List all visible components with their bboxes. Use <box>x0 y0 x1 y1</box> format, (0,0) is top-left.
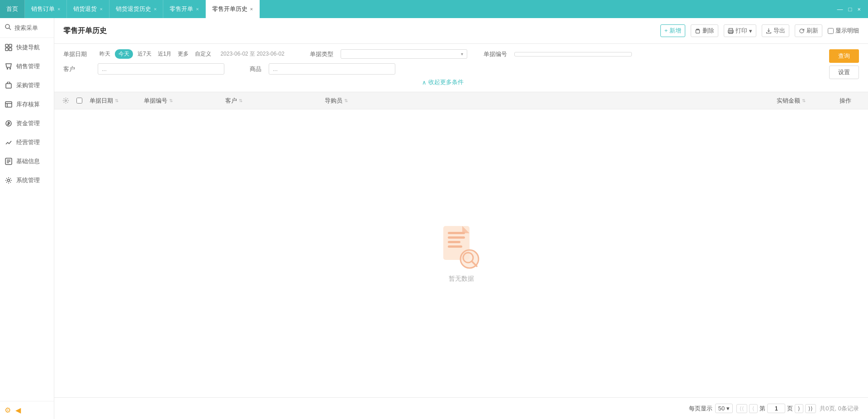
collapse-label: 收起更多条件 <box>428 78 464 86</box>
date-btn-today[interactable]: 今天 <box>115 49 133 59</box>
date-btn-1month[interactable]: 近1月 <box>156 50 174 58</box>
page-suffix: 页 <box>787 405 793 413</box>
date-filter-label: 单据日期 <box>63 50 90 58</box>
refresh-label: 刷新 <box>806 27 818 35</box>
tab-sales-order-close[interactable]: × <box>57 6 60 12</box>
collapse-btn[interactable]: ∧ 收起更多条件 <box>422 78 464 86</box>
tab-sales-return[interactable]: 销货退货 × <box>67 0 109 18</box>
col-customer[interactable]: 客户 ⇅ <box>222 97 321 105</box>
svg-point-6 <box>7 68 8 69</box>
date-range-display: 2023-06-02 至 2023-06-02 <box>220 50 284 58</box>
sidebar-item-basic-info-label: 基础信息 <box>16 157 40 165</box>
pagination: 每页显示 50 ▾ ⟨⟨ ⟨ 第 1 页 ⟩ ⟩⟩ 共0页, 0条记录 <box>54 397 868 419</box>
date-btn-custom[interactable]: 自定义 <box>193 50 213 58</box>
sidebar-item-ops-mgmt[interactable]: 经营管理 <box>0 133 54 152</box>
print-button[interactable]: 打印 ▾ <box>724 24 756 37</box>
type-filter-select[interactable]: ▾ <box>341 49 467 59</box>
display-columns-input[interactable] <box>828 28 834 34</box>
date-btn-7days[interactable]: 近7天 <box>136 50 153 58</box>
page-first-btn[interactable]: ⟨⟨ <box>736 404 747 413</box>
finance-icon <box>5 119 13 127</box>
table-select-all[interactable] <box>72 98 86 104</box>
top-tab-bar: 首页 销售订单 × 销货退货 × 销货退货历史 × 零售开单 × 零售开单历史 … <box>0 0 868 18</box>
svg-line-1 <box>9 28 11 30</box>
goods-filter-input[interactable]: ... <box>269 63 395 75</box>
svg-point-7 <box>10 68 11 69</box>
sidebar-item-quick-nav[interactable]: 快捷导航 <box>0 38 54 57</box>
col-guide[interactable]: 导购员 ⇅ <box>321 97 375 105</box>
tab-sales-return-history-close[interactable]: × <box>154 6 157 12</box>
sidebar-item-basic-info[interactable]: 基础信息 <box>0 152 54 171</box>
tab-sales-order[interactable]: 销售订单 × <box>25 0 67 18</box>
table-area: 单据日期 ⇅ 单据编号 ⇅ 客户 ⇅ 导购员 ⇅ 实销金额 <box>54 92 868 397</box>
svg-rect-8 <box>6 84 11 88</box>
new-button[interactable]: + 新增 <box>660 24 685 37</box>
svg-point-0 <box>5 24 9 28</box>
page-last-btn[interactable]: ⟩⟩ <box>805 404 816 413</box>
customer-input-value: ... <box>102 66 220 72</box>
page-next-btn[interactable]: ⟩ <box>795 404 803 413</box>
window-max-btn[interactable]: □ <box>849 6 852 13</box>
customer-filter-input[interactable]: ... <box>98 63 224 75</box>
page-prev-btn[interactable]: ⟨ <box>749 404 758 413</box>
query-button[interactable]: 查询 <box>829 49 859 63</box>
tab-retail-open[interactable]: 零售开单 × <box>163 0 205 18</box>
date-btn-more[interactable]: 更多 <box>176 50 190 58</box>
sidebar-item-purchase-mgmt[interactable]: 采购管理 <box>0 76 54 95</box>
tab-home-label: 首页 <box>6 5 18 13</box>
col-guide-label: 导购员 <box>325 97 342 105</box>
col-number[interactable]: 单据编号 ⇅ <box>140 97 222 105</box>
col-date-sort: ⇅ <box>115 98 119 103</box>
page-number-input[interactable]: 1 <box>767 404 785 413</box>
customer-filter-label: 客户 <box>63 65 90 73</box>
page-title: 零售开单历史 <box>63 26 107 42</box>
sidebar-item-sys-mgmt[interactable]: 系统管理 <box>0 171 54 190</box>
page-header: 零售开单历史 + 新增 删除 打印 ▾ 导出 刷新 <box>54 18 868 44</box>
sidebar-bottom: ⚙ ◀ <box>0 401 54 419</box>
col-customer-sort: ⇅ <box>239 98 242 103</box>
print-label: 打印 <box>735 27 747 35</box>
col-amount[interactable]: 实销金额 ⇅ <box>773 97 827 105</box>
refresh-button[interactable]: 刷新 <box>795 24 822 37</box>
sidebar-search[interactable]: 搜索采单 <box>0 18 54 38</box>
sidebar-item-finance-mgmt[interactable]: 资金管理 <box>0 114 54 133</box>
tab-sales-return-close[interactable]: × <box>100 6 102 12</box>
delete-label: 删除 <box>702 27 714 35</box>
table-settings-icon[interactable] <box>59 97 72 104</box>
tab-home[interactable]: 首页 <box>0 0 25 18</box>
content-area: 零售开单历史 + 新增 删除 打印 ▾ 导出 刷新 <box>54 18 868 419</box>
tab-retail-open-close[interactable]: × <box>196 6 199 12</box>
ops-icon <box>5 138 13 146</box>
tab-sales-return-history[interactable]: 销货退货历史 × <box>109 0 163 18</box>
svg-rect-5 <box>9 48 12 51</box>
display-columns-label: 显示明细 <box>835 27 859 35</box>
sidebar-collapse-icon[interactable]: ◀ <box>15 406 21 414</box>
display-columns-checkbox[interactable]: 显示明细 <box>828 27 859 35</box>
filter-action-btns: 查询 设置 <box>829 49 859 79</box>
sidebar-item-inventory[interactable]: 库存核算 <box>0 95 54 114</box>
inventory-icon <box>5 100 13 108</box>
date-shortcuts: 昨天 今天 近7天 近1月 更多 自定义 <box>98 49 213 59</box>
export-button[interactable]: 导出 <box>762 24 789 37</box>
sidebar-item-sales-mgmt-label: 销售管理 <box>16 62 40 71</box>
select-all-checkbox[interactable] <box>76 98 82 104</box>
tab-retail-open-history[interactable]: 零售开单历史 × <box>206 0 260 18</box>
filter-settings-button[interactable]: 设置 <box>829 66 859 79</box>
number-filter-input[interactable] <box>514 52 632 56</box>
basic-icon <box>5 157 13 165</box>
date-btn-yesterday[interactable]: 昨天 <box>98 50 112 58</box>
window-min-btn[interactable]: — <box>837 6 843 13</box>
sales-icon <box>5 62 13 71</box>
delete-button[interactable]: 删除 <box>691 24 718 37</box>
per-page-arrow: ▾ <box>726 405 730 412</box>
sidebar-item-sales-mgmt[interactable]: 销售管理 <box>0 57 54 76</box>
purchase-icon <box>5 81 13 89</box>
tab-retail-open-history-close[interactable]: × <box>250 6 253 12</box>
tab-retail-open-history-label: 零售开单历史 <box>212 5 247 13</box>
col-number-sort: ⇅ <box>169 98 173 103</box>
window-close-btn[interactable]: × <box>857 6 861 13</box>
per-page-select[interactable]: 50 ▾ <box>715 404 733 413</box>
col-date[interactable]: 单据日期 ⇅ <box>86 97 140 105</box>
settings-gear-icon[interactable]: ⚙ <box>5 406 11 414</box>
table-header: 单据日期 ⇅ 单据编号 ⇅ 客户 ⇅ 导购员 ⇅ 实销金额 <box>54 92 868 109</box>
